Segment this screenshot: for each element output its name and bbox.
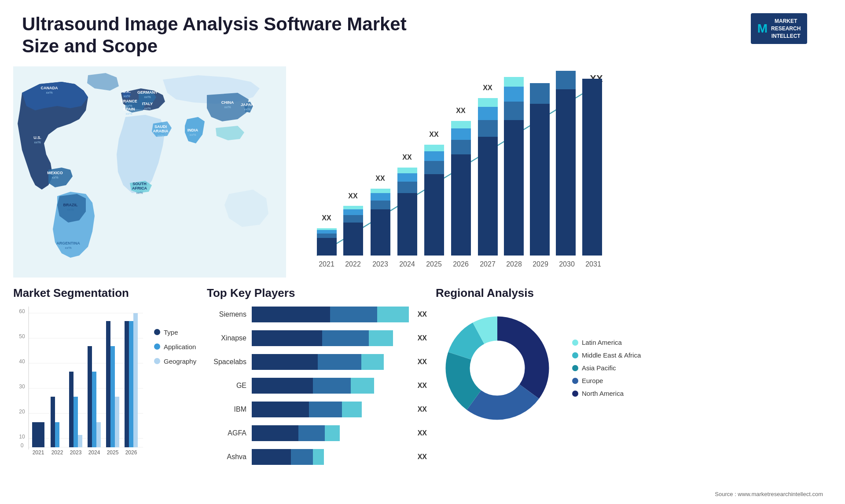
- player-value-ashva: XX: [418, 453, 427, 461]
- svg-text:2023: 2023: [372, 260, 388, 268]
- svg-rect-51: [397, 193, 417, 256]
- segmentation-chart: 60 50 40 30 20 10 0: [13, 307, 145, 456]
- player-agfa: AGFA XX: [207, 425, 427, 441]
- svg-rect-66: [478, 137, 498, 256]
- legend-dot-north-america: [572, 391, 578, 397]
- svg-text:XX: XX: [375, 175, 385, 182]
- page-title: Ultrasound Image Analysis Software Marke…: [22, 13, 418, 58]
- legend-geography: Geography: [154, 358, 196, 365]
- svg-text:INDIA: INDIA: [187, 128, 198, 132]
- svg-rect-108: [55, 422, 59, 447]
- legend-type: Type: [154, 329, 196, 336]
- svg-rect-37: [317, 234, 337, 238]
- svg-rect-89: [556, 71, 576, 89]
- svg-text:XX: XX: [456, 107, 466, 114]
- player-ibm: IBM XX: [207, 402, 427, 417]
- player-bar-xinapse: [252, 330, 409, 346]
- svg-rect-64: [451, 121, 471, 128]
- svg-rect-74: [504, 77, 524, 87]
- svg-text:2023: 2023: [70, 449, 82, 456]
- svg-text:xx%: xx%: [224, 105, 231, 109]
- legend-dot-middle-east: [572, 352, 578, 358]
- map-section: CANADA xx% U.S. xx% MEXICO xx% BRAZIL xx…: [13, 66, 286, 278]
- svg-text:xx%: xx%: [46, 91, 52, 95]
- legend-label-north-america: North America: [582, 390, 624, 397]
- player-name-ibm: IBM: [207, 405, 246, 413]
- svg-text:xx%: xx%: [65, 246, 71, 250]
- svg-text:ARGENTINA: ARGENTINA: [56, 241, 80, 245]
- legend-middle-east: Middle East & Africa: [572, 351, 641, 359]
- svg-rect-63: [451, 128, 471, 140]
- segmentation-title: Market Segmentation: [13, 286, 198, 300]
- logo-area: M MARKET RESEARCH INTELLECT: [735, 13, 823, 44]
- svg-text:50: 50: [19, 333, 25, 340]
- svg-rect-110: [73, 397, 78, 447]
- svg-rect-48: [371, 193, 390, 201]
- svg-text:2025: 2025: [426, 260, 442, 268]
- svg-text:XX: XX: [429, 131, 439, 138]
- svg-rect-62: [451, 140, 471, 154]
- bar-chart-svg: XX XX XX XX: [304, 71, 612, 273]
- player-bar-ibm: [252, 402, 409, 417]
- svg-text:2031: 2031: [585, 260, 601, 268]
- player-value-ibm: XX: [418, 405, 427, 413]
- bottom-section: Market Segmentation 60 50 40 30 20 10 0: [0, 278, 845, 504]
- svg-text:XX: XX: [483, 84, 492, 91]
- svg-text:40: 40: [19, 358, 25, 365]
- svg-rect-112: [88, 346, 92, 447]
- svg-rect-56: [424, 174, 444, 256]
- key-players-title: Top Key Players: [207, 286, 427, 300]
- svg-text:U.S.: U.S.: [33, 135, 41, 140]
- player-value-siemens: XX: [418, 310, 427, 318]
- svg-text:xx%: xx%: [144, 106, 151, 110]
- player-name-ge: GE: [207, 382, 246, 390]
- player-value-ge: XX: [418, 382, 427, 390]
- logo-line2: RESEARCH: [771, 25, 801, 33]
- player-spacelabs: Spacelabs XX: [207, 354, 427, 370]
- svg-rect-72: [504, 102, 524, 120]
- source-text: Source : www.marketresearchintellect.com: [715, 491, 823, 497]
- svg-text:SAUDI: SAUDI: [154, 124, 167, 129]
- legend-label-geography: Geography: [164, 358, 196, 365]
- logo-text: MARKET RESEARCH INTELLECT: [771, 18, 801, 40]
- regional-legend: Latin America Middle East & Africa Asia …: [572, 339, 641, 397]
- player-value-xinapse: XX: [418, 334, 427, 342]
- svg-text:xx%: xx%: [144, 95, 151, 99]
- svg-text:2024: 2024: [399, 260, 415, 268]
- svg-rect-57: [424, 161, 444, 174]
- svg-text:CHINA: CHINA: [221, 100, 234, 105]
- legend-label-europe: Europe: [582, 377, 603, 384]
- svg-text:2022: 2022: [51, 449, 63, 456]
- svg-rect-71: [504, 120, 524, 256]
- logo-line3: INTELLECT: [771, 33, 801, 40]
- svg-rect-61: [451, 154, 471, 256]
- svg-rect-113: [92, 372, 96, 447]
- svg-text:20: 20: [19, 409, 25, 415]
- svg-text:2025: 2025: [107, 449, 119, 456]
- key-players-section: Top Key Players Siemens XX Xinapse: [207, 286, 427, 504]
- regional-title: Regional Analysis: [436, 286, 832, 300]
- player-value-spacelabs: XX: [418, 358, 427, 366]
- svg-text:2024: 2024: [88, 449, 100, 456]
- svg-rect-68: [478, 107, 498, 120]
- svg-text:xx%: xx%: [136, 191, 143, 195]
- legend-dot-application: [154, 343, 160, 350]
- legend-label-middle-east: Middle East & Africa: [582, 351, 641, 359]
- legend-latin-america: Latin America: [572, 339, 641, 346]
- svg-rect-69: [478, 98, 498, 107]
- svg-rect-73: [504, 87, 524, 102]
- logo: M MARKET RESEARCH INTELLECT: [751, 13, 808, 44]
- svg-rect-58: [424, 151, 444, 161]
- svg-rect-38: [317, 230, 337, 234]
- svg-text:xx%: xx%: [51, 175, 58, 179]
- logo-line1: MARKET: [771, 18, 801, 25]
- svg-text:2022: 2022: [345, 260, 361, 268]
- svg-text:30: 30: [19, 383, 25, 390]
- legend-label-type: Type: [164, 329, 178, 336]
- logo-m-letter: M: [757, 21, 768, 37]
- svg-text:2029: 2029: [533, 260, 548, 268]
- legend-asia-pacific: Asia Pacific: [572, 364, 641, 372]
- svg-rect-106: [32, 422, 44, 447]
- svg-rect-119: [129, 321, 133, 447]
- legend-dot-geography: [154, 358, 160, 364]
